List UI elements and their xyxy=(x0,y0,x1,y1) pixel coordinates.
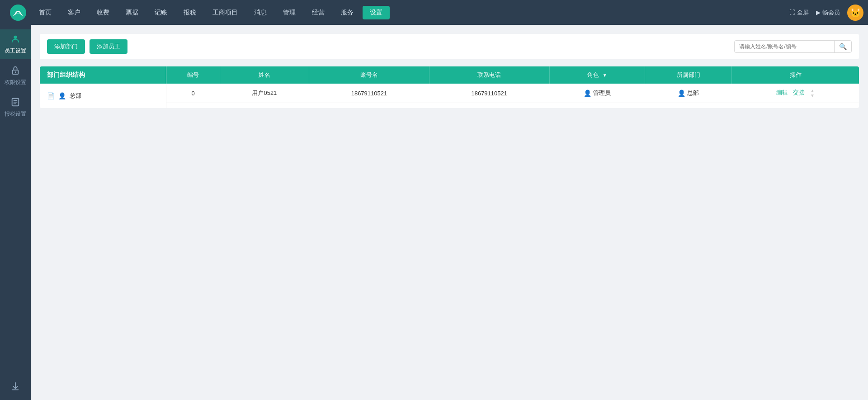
nav-right: ⛶ 全屏 ▶ 畅会员 🐱 xyxy=(789,5,863,21)
role-sort-icon[interactable]: ▼ xyxy=(603,73,607,78)
nav-message[interactable]: 消息 xyxy=(247,6,274,19)
vip-button[interactable]: ▶ 畅会员 xyxy=(816,9,840,17)
col-header-id: 编号 xyxy=(166,66,220,84)
dept-value: 总部 xyxy=(687,89,699,97)
left-sidebar: 员工设置 权限设置 报税设置 xyxy=(0,25,31,400)
toolbar: 添加部门 添加员工 🔍 xyxy=(40,34,859,59)
fullscreen-button[interactable]: ⛶ 全屏 xyxy=(789,9,809,17)
svg-point-0 xyxy=(10,5,26,21)
download-icon xyxy=(10,381,20,393)
fullscreen-label: 全屏 xyxy=(797,9,809,17)
sidebar-item-employee[interactable]: 员工设置 xyxy=(0,29,31,59)
employee-icon xyxy=(10,34,20,45)
nav-settings[interactable]: 设置 xyxy=(363,6,390,19)
transfer-link[interactable]: 交接 xyxy=(793,89,805,96)
search-icon: 🔍 xyxy=(839,43,847,50)
nav-service[interactable]: 服务 xyxy=(334,6,361,19)
sidebar-item-taxsettings[interactable]: 报税设置 xyxy=(0,93,31,122)
table-row: 0 用户0521 18679110521 18679110521 👤 管理员 xyxy=(166,84,859,103)
cell-role: 👤 管理员 xyxy=(549,84,645,103)
dept-user-icon-row: 👤 xyxy=(678,89,685,97)
sidebar-employee-label: 员工设置 xyxy=(5,47,26,55)
sidebar-download-button[interactable] xyxy=(0,377,31,400)
svg-point-3 xyxy=(15,71,16,73)
nav-business[interactable]: 工商项目 xyxy=(205,6,245,19)
dept-tree-header: 部门组织结构 xyxy=(40,66,166,84)
col-header-role: 角色 ▼ xyxy=(549,66,645,84)
cell-actions: 编辑 交接 ▲ ▼ xyxy=(732,84,859,103)
user-avatar[interactable]: 🐱 xyxy=(847,5,863,21)
fullscreen-icon: ⛶ xyxy=(789,9,795,16)
nav-invoice[interactable]: 票据 xyxy=(118,6,146,19)
scroll-up-icon: ▲ xyxy=(810,88,815,93)
employee-data-table: 编号 姓名 账号名 联系电话 角色 ▼ 所属部门 操作 0 xyxy=(166,66,859,103)
nav-manage[interactable]: 管理 xyxy=(276,6,303,19)
search-bar: 🔍 xyxy=(734,40,852,53)
add-dept-button[interactable]: 添加部门 xyxy=(47,39,85,54)
col-header-action: 操作 xyxy=(732,66,859,84)
edit-link[interactable]: 编辑 xyxy=(776,89,788,96)
svg-point-1 xyxy=(14,36,17,39)
sidebar-permission-label: 权限设置 xyxy=(5,79,26,86)
main-content: 添加部门 添加员工 🔍 部门组织结构 📄 👤 总部 xyxy=(31,25,868,400)
cell-id: 0 xyxy=(166,84,220,103)
vip-label: 畅会员 xyxy=(822,9,840,17)
dept-tree: 部门组织结构 📄 👤 总部 xyxy=(40,66,166,108)
file-icon: 📄 xyxy=(47,92,55,99)
dept-root-label: 总部 xyxy=(70,92,81,100)
cell-phone: 18679110521 xyxy=(429,84,549,103)
col-header-phone: 联系电话 xyxy=(429,66,549,84)
dept-user-icon: 👤 xyxy=(58,92,66,99)
lock-icon xyxy=(10,66,20,77)
vip-icon: ▶ xyxy=(816,9,821,16)
nav-billing[interactable]: 收费 xyxy=(90,6,117,19)
dept-tree-body: 📄 👤 总部 xyxy=(40,84,166,108)
sidebar-item-permission[interactable]: 权限设置 xyxy=(0,61,31,91)
add-employee-button[interactable]: 添加员工 xyxy=(90,39,127,54)
cell-account: 18679110521 xyxy=(309,84,429,103)
employee-table: 编号 姓名 账号名 联系电话 角色 ▼ 所属部门 操作 0 xyxy=(166,66,859,108)
search-button[interactable]: 🔍 xyxy=(834,41,851,52)
tax-settings-icon xyxy=(10,97,20,108)
content-area: 部门组织结构 📄 👤 总部 编号 姓名 账号名 联系电话 xyxy=(40,66,859,108)
nav-operations[interactable]: 经营 xyxy=(305,6,332,19)
scroll-arrows: ▲ ▼ xyxy=(810,88,815,98)
col-header-name: 姓名 xyxy=(220,66,309,84)
role-value: 管理员 xyxy=(593,89,611,97)
nav-items: 首页 客户 收费 票据 记账 报税 工商项目 消息 管理 经营 服务 设置 xyxy=(32,6,789,19)
scroll-down-icon: ▼ xyxy=(810,93,815,98)
role-user-icon: 👤 xyxy=(584,89,591,97)
app-logo[interactable] xyxy=(5,5,32,21)
nav-home[interactable]: 首页 xyxy=(32,6,59,19)
sidebar-taxsettings-label: 报税设置 xyxy=(5,110,26,118)
nav-customer[interactable]: 客户 xyxy=(61,6,88,19)
cell-dept: 👤 总部 xyxy=(645,84,732,103)
search-input[interactable] xyxy=(735,41,834,52)
svg-rect-8 xyxy=(12,389,19,390)
col-header-dept: 所属部门 xyxy=(645,66,732,84)
col-header-account: 账号名 xyxy=(309,66,429,84)
cell-name: 用户0521 xyxy=(220,84,309,103)
nav-tax[interactable]: 报税 xyxy=(176,6,203,19)
nav-accounting[interactable]: 记账 xyxy=(147,6,175,19)
tree-item-root[interactable]: 📄 👤 总部 xyxy=(47,89,159,103)
top-navigation: 首页 客户 收费 票据 记账 报税 工商项目 消息 管理 经营 服务 设置 ⛶ … xyxy=(0,0,868,25)
